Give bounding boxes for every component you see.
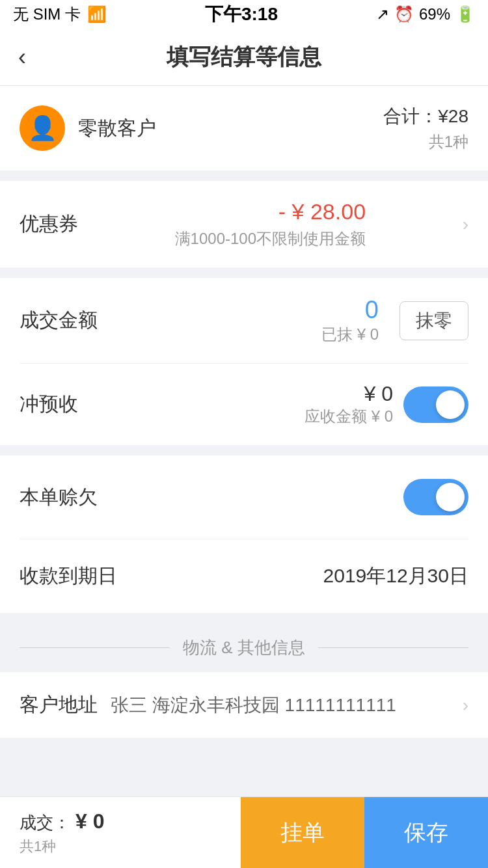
credit-row: 本单赊欠	[20, 455, 468, 539]
location-icon: ↗	[376, 5, 389, 23]
deal-amount-row: 成交金额 0 已抹 ¥ 0 抹零	[20, 278, 468, 364]
total-label: 合计：	[383, 106, 438, 126]
wifi-icon: 📶	[87, 5, 107, 23]
due-date-value[interactable]: 2019年12月30日	[323, 563, 468, 590]
total-value: ¥28	[438, 106, 468, 126]
bottom-deal: 成交： ¥ 0	[20, 809, 221, 834]
round-down-button[interactable]: 抹零	[400, 301, 468, 340]
coupon-label: 优惠券	[20, 211, 78, 237]
pending-button[interactable]: 挂单	[241, 797, 364, 869]
bottom-count: 共1种	[20, 837, 221, 856]
prepay-right: ¥ 0 应收金额 ¥ 0	[305, 382, 468, 427]
prepay-row: 冲预收 ¥ 0 应收金额 ¥ 0	[20, 364, 468, 445]
back-button[interactable]: ‹	[18, 44, 26, 71]
logistics-line-right	[318, 647, 468, 648]
alarm-icon: ⏰	[394, 5, 414, 23]
customer-name: 零散客户	[78, 115, 156, 142]
prepay-value-col: ¥ 0 应收金额 ¥ 0	[305, 382, 393, 427]
logistics-line-left	[20, 647, 170, 648]
main-content: 👤 零散客户 合计：¥28 共1种 优惠券 - ¥ 28.00 满1000-10…	[0, 86, 488, 816]
customer-section: 👤 零散客户 合计：¥28 共1种	[0, 86, 488, 170]
no-sim-text: 无 SIM 卡	[13, 4, 81, 25]
logistics-header: 物流 & 其他信息	[0, 623, 488, 672]
coupon-right: - ¥ 28.00 满1000-100不限制使用金额	[175, 199, 366, 249]
due-date-row: 收款到期日 2019年12月30日	[20, 539, 468, 613]
due-date-label: 收款到期日	[20, 563, 117, 590]
page-title: 填写结算等信息	[167, 42, 321, 72]
deal-amount-col: 0 已抹 ¥ 0	[321, 296, 379, 345]
coupon-discount: - ¥ 28.00	[175, 199, 366, 224]
deal-amount-value[interactable]: 0	[321, 296, 379, 324]
deal-amount-label: 成交金额	[20, 307, 98, 334]
customer-total: 合计：¥28	[383, 104, 468, 129]
address-chevron-icon: ›	[463, 695, 468, 716]
prepay-value: ¥ 0	[305, 382, 393, 406]
battery-icon: 🔋	[455, 5, 475, 23]
status-left: 无 SIM 卡 📶	[13, 4, 107, 25]
address-label: 客户地址	[20, 692, 98, 718]
coupon-section[interactable]: 优惠券 - ¥ 28.00 满1000-100不限制使用金额 ›	[0, 181, 488, 267]
credit-toggle[interactable]	[403, 479, 468, 515]
bottom-bar: 成交： ¥ 0 共1种 挂单 保存	[0, 796, 488, 868]
customer-row: 👤 零散客户 合计：¥28 共1种	[0, 86, 488, 170]
deal-amount-sub: 已抹 ¥ 0	[321, 324, 379, 345]
avatar: 👤	[20, 105, 65, 151]
prepay-sub: 应收金额 ¥ 0	[305, 406, 393, 427]
status-bar: 无 SIM 卡 📶 下午3:18 ↗ ⏰ 69% 🔋	[0, 0, 488, 29]
status-time: 下午3:18	[205, 2, 278, 27]
avatar-icon: 👤	[28, 115, 57, 142]
address-row[interactable]: 客户地址 张三 海淀永丰科技园 11111111111 ›	[0, 672, 488, 738]
address-value: 张三 海淀永丰科技园 11111111111	[111, 693, 463, 718]
prepay-toggle[interactable]	[403, 387, 468, 423]
status-right: ↗ ⏰ 69% 🔋	[376, 5, 475, 23]
bottom-deal-label: 成交：	[20, 811, 70, 834]
customer-count: 共1种	[383, 131, 468, 152]
bottom-info: 成交： ¥ 0 共1种	[0, 809, 241, 856]
deal-amount-right: 0 已抹 ¥ 0 抹零	[321, 296, 468, 345]
nav-bar: ‹ 填写结算等信息	[0, 29, 488, 86]
logistics-title: 物流 & 其他信息	[183, 636, 305, 659]
coupon-description: 满1000-100不限制使用金额	[175, 228, 366, 249]
amount-section: 成交金额 0 已抹 ¥ 0 抹零 冲预收 ¥ 0 应收金额 ¥ 0	[0, 278, 488, 445]
customer-right: 合计：¥28 共1种	[383, 104, 468, 152]
save-button[interactable]: 保存	[364, 797, 488, 869]
credit-label: 本单赊欠	[20, 484, 98, 511]
chevron-right-icon: ›	[463, 214, 468, 235]
bottom-deal-amount: ¥ 0	[75, 809, 104, 834]
credit-section: 本单赊欠 收款到期日 2019年12月30日	[0, 455, 488, 613]
battery-text: 69%	[419, 5, 450, 23]
customer-left: 👤 零散客户	[20, 105, 156, 151]
prepay-label: 冲预收	[20, 391, 78, 418]
